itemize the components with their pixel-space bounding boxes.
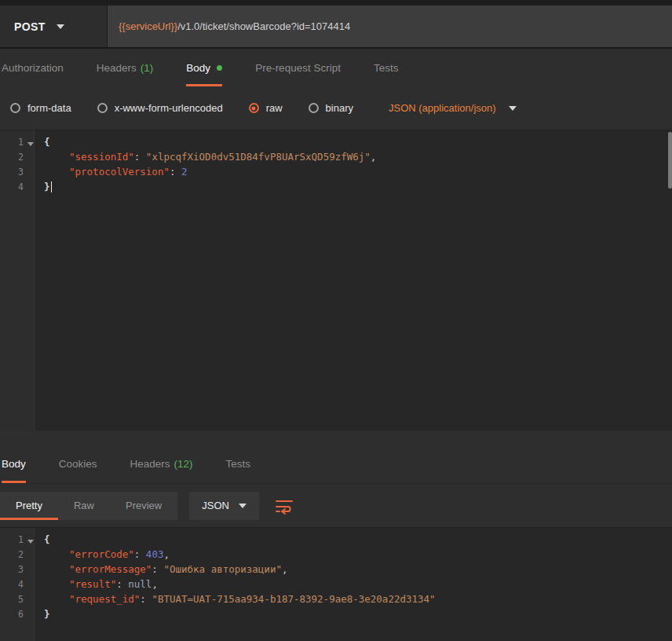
- method-label: POST: [14, 20, 46, 33]
- code-line: 2 "sessionId": "xlpcqfXiOD0dv51D84fvP8UA…: [0, 149, 672, 164]
- body-type-row: form-data x-www-form-urlencoded raw bina…: [0, 86, 672, 130]
- response-body-editor[interactable]: 1 { 2 "errorCode": 403, 3 "errorMessage"…: [0, 528, 672, 641]
- tab-pre-request-script[interactable]: Pre-request Script: [255, 49, 341, 86]
- text-caret: [51, 181, 52, 192]
- radio-form-data[interactable]: form-data: [10, 102, 71, 114]
- code-line: 4 "result": null,: [0, 577, 672, 592]
- format-label: JSON: [202, 500, 229, 511]
- preview-button[interactable]: Preview: [110, 492, 177, 520]
- wrap-lines-icon: [275, 497, 294, 515]
- response-headers-count-badge: (12): [174, 458, 193, 470]
- code-line: 5 "request_id": "BTUAT=UAT-715aa934-b187…: [0, 592, 672, 606]
- chevron-down-icon: [509, 106, 517, 111]
- response-tab-tests[interactable]: Tests: [226, 445, 251, 483]
- radio-label: form-data: [27, 102, 71, 114]
- radio-icon: [10, 103, 20, 113]
- line-number: 5: [0, 594, 35, 605]
- postman-window: POST {{serviceUrl}}/v1.0/ticket/showBarc…: [0, 0, 672, 641]
- response-tab-body[interactable]: Body: [2, 445, 26, 483]
- line-number: 6: [0, 609, 35, 620]
- view-mode-segmented-control: Pretty Raw Preview: [0, 492, 177, 520]
- tab-body[interactable]: Body: [186, 49, 222, 86]
- tab-label: Body: [186, 62, 210, 74]
- window-top-strip: [0, 0, 672, 5]
- request-body-editor[interactable]: 1 { 2 "sessionId": "xlpcqfXiOD0dv51D84fv…: [0, 130, 672, 430]
- tab-label: Tests: [374, 62, 399, 74]
- editor-scrollbar[interactable]: [668, 132, 672, 189]
- line-number: 3: [0, 167, 35, 178]
- fold-icon[interactable]: [27, 540, 34, 544]
- button-label: Preview: [126, 500, 162, 511]
- url-variable: {{serviceUrl}}: [119, 20, 177, 32]
- radio-icon: [309, 103, 319, 113]
- tab-headers[interactable]: Headers (1): [97, 49, 154, 86]
- pretty-button[interactable]: Pretty: [0, 492, 58, 520]
- radio-label: raw: [266, 102, 283, 114]
- tab-label: Authorization: [2, 62, 64, 74]
- code-line: 1 {: [0, 532, 672, 547]
- button-label: Pretty: [16, 500, 42, 511]
- response-tab-headers[interactable]: Headers (12): [130, 445, 193, 483]
- line-number: 2: [0, 549, 35, 560]
- radio-icon: [97, 103, 108, 113]
- line-number: 3: [0, 564, 35, 575]
- tab-label: Pre-request Script: [255, 62, 341, 74]
- code-line: 3 "errorMessage": "Ошибка авторизации",: [0, 562, 672, 577]
- fold-icon[interactable]: [27, 142, 34, 146]
- tab-label: Body: [2, 458, 26, 470]
- method-select[interactable]: POST: [0, 5, 108, 47]
- response-toolbar: Pretty Raw Preview JSON: [0, 484, 672, 528]
- code-line: 6 }: [0, 606, 672, 621]
- url-input[interactable]: {{serviceUrl}}/v1.0/ticket/showBarcode?i…: [108, 5, 672, 47]
- raw-button[interactable]: Raw: [58, 492, 110, 520]
- code-line: 3 "protocolVersion": 2: [0, 164, 672, 179]
- line-number: 2: [0, 152, 35, 163]
- content-type-select[interactable]: JSON (application/json): [389, 102, 517, 114]
- code-line: 1 {: [0, 134, 672, 149]
- tab-label: Headers: [97, 62, 137, 74]
- line-number: 4: [0, 579, 35, 590]
- response-tab-cookies[interactable]: Cookies: [59, 445, 97, 483]
- tab-label: Tests: [226, 458, 251, 470]
- radio-label: binary: [326, 102, 353, 114]
- radio-raw[interactable]: raw: [249, 102, 283, 114]
- tab-authorization[interactable]: Authorization: [2, 49, 64, 86]
- button-label: Raw: [74, 500, 94, 511]
- line-number: 4: [0, 181, 35, 192]
- code-line: 2 "errorCode": 403,: [0, 547, 672, 562]
- code-line: 4 }: [0, 179, 672, 194]
- request-url-bar: POST {{serviceUrl}}/v1.0/ticket/showBarc…: [0, 5, 672, 49]
- chevron-down-icon: [57, 24, 64, 29]
- url-path: /v1.0/ticket/showBarcode?id=1074414: [177, 20, 350, 32]
- tab-label: Headers: [130, 458, 170, 470]
- radio-x-www-form-urlencoded[interactable]: x-www-form-urlencoded: [97, 102, 223, 114]
- section-divider: [0, 430, 672, 445]
- request-tabs: Authorization Headers (1) Body Pre-reque…: [0, 49, 672, 86]
- response-tabs: Body Cookies Headers (12) Tests: [0, 445, 672, 484]
- wrap-lines-button[interactable]: [272, 494, 296, 518]
- radio-selected-icon: [249, 103, 259, 113]
- radio-binary[interactable]: binary: [309, 102, 353, 114]
- body-has-content-dot-icon: [217, 65, 222, 71]
- content-type-label: JSON (application/json): [389, 102, 496, 114]
- tab-tests[interactable]: Tests: [374, 49, 399, 86]
- tab-label: Cookies: [59, 458, 97, 470]
- response-format-select[interactable]: JSON: [189, 492, 259, 520]
- radio-label: x-www-form-urlencoded: [115, 102, 223, 114]
- headers-count-badge: (1): [141, 62, 154, 74]
- chevron-down-icon: [239, 504, 247, 508]
